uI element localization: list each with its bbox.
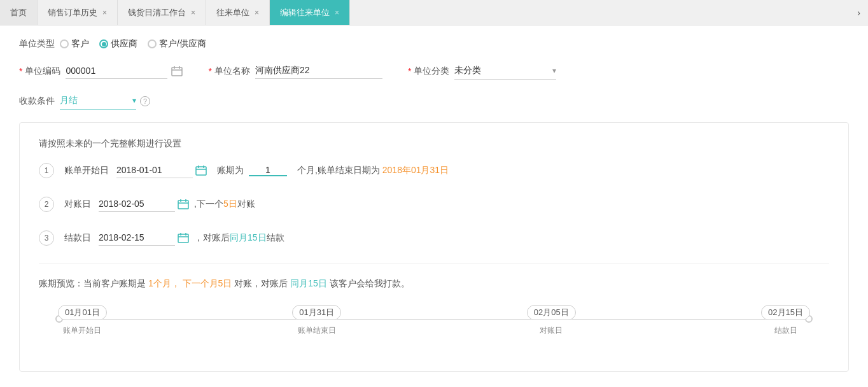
period-label-1: 账单开始日 [64, 165, 109, 176]
period-num-3: 3 [39, 230, 54, 246]
preview-review-day: 下一个月5日 [183, 278, 232, 288]
required-star-cat: * [408, 66, 411, 76]
calendar-icon-code[interactable] [171, 66, 183, 77]
unit-category-select[interactable]: 未分类 ▾ [454, 62, 556, 80]
help-icon[interactable]: ? [140, 96, 150, 106]
review-day-highlight: 5日 [223, 199, 237, 209]
unit-type-row: 单位类型 客户 供应商 客户/供应商 [19, 38, 849, 50]
period-row-3: 3 结款日 ，对账后同月15日结款 [39, 230, 829, 248]
unit-code-group: * 单位编码 [19, 63, 183, 79]
tl-label-3: 结款日 [774, 325, 797, 336]
date-input-3[interactable] [99, 230, 175, 246]
calendar-icon-1[interactable] [195, 165, 207, 176]
unit-type-label: 单位类型 [19, 38, 55, 50]
preview-bar: 账期预览：当前客户账期是 1个月， 下一个月5日 对账，对账后 同月15日 该客… [39, 269, 829, 299]
tl-point-2: 02月05日 对账日 [527, 305, 576, 336]
payment-label: 收款条件 [19, 95, 55, 107]
timeline-points: 01月01日 账单开始日 01月31日 账单结束日 02月05日 对账日 02月… [39, 305, 829, 336]
tab-partner-units[interactable]: 往来单位 × [206, 0, 270, 25]
unit-category-label: 单位分类 [414, 66, 449, 77]
svg-rect-8 [178, 201, 188, 209]
radio-dot-supplier [102, 42, 106, 46]
tab-close-icon[interactable]: × [255, 8, 259, 17]
calendar-icon-3[interactable] [178, 232, 189, 244]
tab-close-icon[interactable]: × [191, 8, 195, 17]
tab-label: 钱货日清工作台 [128, 7, 186, 18]
svg-rect-0 [172, 67, 182, 76]
tl-badge-2: 02月05日 [527, 305, 576, 320]
preview-mid: 对账，对账后 [234, 278, 288, 288]
period-desc-2: ,下一个5日对账 [194, 199, 255, 210]
unit-type-radio-group: 客户 供应商 客户/供应商 [60, 38, 206, 50]
main-content: 单位类型 客户 供应商 客户/供应商 * 单位编码 [0, 25, 868, 387]
period-desc-3: ，对账后同月15日结款 [194, 232, 284, 244]
period-num-2: 2 [39, 197, 54, 212]
unit-name-label: 单位名称 [214, 66, 250, 77]
period-label-3: 结款日 [64, 232, 91, 244]
radio-supplier[interactable]: 供应商 [99, 38, 137, 50]
tab-more-button[interactable]: › [850, 0, 868, 25]
radio-circle-customer [60, 39, 69, 48]
tl-badge-0: 01月01日 [58, 305, 107, 320]
tab-edit-partner[interactable]: 编辑往来单位 × [270, 0, 350, 25]
tab-label: 往来单位 [216, 7, 249, 18]
tl-label-2: 对账日 [540, 325, 563, 336]
unit-category-value: 未分类 [454, 65, 549, 76]
period-label-2: 对账日 [64, 199, 91, 210]
radio-circle-supplier [99, 39, 108, 48]
svg-rect-4 [196, 167, 206, 175]
radio-customer[interactable]: 客户 [60, 38, 89, 50]
tab-label: 编辑往来单位 [280, 7, 330, 18]
unit-fields-row: * 单位编码 * 单位名称 * 单位分类 未分类 ▾ [19, 62, 849, 80]
chevron-down-icon: ▾ [552, 66, 556, 75]
tab-cash-work[interactable]: 钱货日清工作台 × [118, 0, 206, 25]
radio-both[interactable]: 客户/供应商 [148, 38, 206, 50]
payment-select[interactable]: 月结 ▾ [60, 92, 136, 109]
calendar-icon-2[interactable] [178, 199, 189, 210]
section-title: 请按照未来的一个完整帐期进行设置 [39, 138, 829, 150]
tab-bar: 首页 销售订单历史 × 钱货日清工作台 × 往来单位 × 编辑往来单位 × › [0, 0, 868, 25]
tl-label-1: 账单结束日 [298, 325, 336, 336]
date-input-1[interactable] [116, 162, 193, 178]
bill-end-date-highlight: 2018年01月31日 [382, 165, 449, 175]
radio-label-supplier: 供应商 [111, 38, 137, 50]
required-star-code: * [19, 66, 22, 76]
tab-sales-order-history[interactable]: 销售订单历史 × [38, 0, 118, 25]
tab-close-icon[interactable]: × [102, 8, 107, 17]
preview-label: 账期预览：当前客户账期是 [39, 278, 146, 288]
radio-label-both: 客户/供应商 [159, 38, 206, 50]
unit-name-group: * 单位名称 [208, 63, 382, 79]
required-star-name: * [208, 66, 211, 76]
period-separator-1: 账期为 [217, 165, 244, 176]
payment-row: 收款条件 月结 ▾ ? [19, 92, 849, 109]
unit-code-label: 单位编码 [25, 66, 60, 77]
tl-label-0: 账单开始日 [63, 325, 101, 336]
unit-category-group: * 单位分类 未分类 ▾ [408, 62, 556, 80]
tl-point-1: 01月31日 账单结束日 [292, 305, 341, 336]
unit-code-input[interactable] [66, 63, 167, 79]
period-row-1: 1 账单开始日 账期为 个月,账单结束日期为 2018年01月31日 [39, 162, 829, 181]
radio-label-customer: 客户 [71, 38, 89, 50]
tab-label: 销售订单历史 [48, 7, 97, 18]
period-num-1: 1 [39, 163, 54, 178]
tl-badge-1: 01月31日 [292, 305, 341, 320]
payment-value: 月结 [60, 95, 129, 106]
radio-circle-both [148, 39, 157, 48]
payment-day-highlight: 同月15日 [230, 232, 267, 243]
period-section: 请按照未来的一个完整帐期进行设置 1 账单开始日 账期为 个月,账单结束日期为 … [19, 122, 849, 372]
tab-close-icon[interactable]: × [335, 8, 339, 17]
month-count-input[interactable] [249, 165, 287, 176]
tl-badge-3: 02月15日 [761, 305, 810, 320]
period-row-2: 2 对账日 ,下一个5日对账 [39, 196, 829, 215]
tab-home[interactable]: 首页 [0, 0, 38, 25]
tl-point-0: 01月01日 账单开始日 [58, 305, 107, 336]
preview-month: 1个月， [148, 278, 180, 288]
tl-point-3: 02月15日 结款日 [761, 305, 810, 336]
unit-name-input[interactable] [255, 63, 382, 79]
timeline: 01月01日 账单开始日 01月31日 账单结束日 02月05日 对账日 02月… [39, 305, 829, 356]
preview-payment-day: 同月15日 [290, 278, 327, 288]
period-suffix-1: 个月,账单结束日期为 2018年01月31日 [297, 165, 449, 176]
preview-end: 该客户会给我打款。 [330, 278, 410, 288]
tab-home-label: 首页 [10, 7, 27, 18]
date-input-2[interactable] [99, 196, 175, 212]
